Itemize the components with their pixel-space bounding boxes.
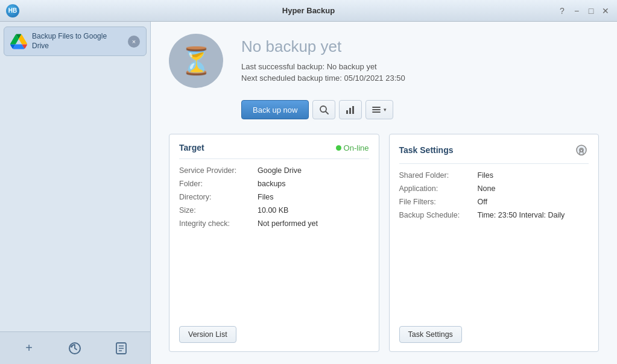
log-icon [115, 342, 128, 355]
main-container: Backup Files to Google Drive × + [0, 22, 617, 364]
label-folder: Folder: [179, 180, 258, 188]
task-settings-icon [574, 143, 589, 157]
add-backup-button[interactable]: + [17, 336, 41, 360]
gdrive-icon [10, 33, 27, 50]
titlebar: HB Hyper Backup ? − □ ✕ [0, 0, 617, 22]
maximize-button[interactable]: □ [586, 5, 596, 16]
table-row: Size: 10.00 KB [179, 206, 369, 215]
label-integrity: Integrity check: [179, 219, 258, 228]
task-card-title: Task Settings [399, 145, 454, 155]
window-controls: ? − □ ✕ [557, 5, 611, 16]
target-card-header: Target On-line [179, 143, 369, 159]
more-options-button[interactable]: ▾ [365, 100, 393, 119]
table-row: Service Provider: Google Drive [179, 166, 369, 175]
sidebar-footer: + [0, 331, 150, 364]
dropdown-arrow: ▾ [384, 107, 387, 113]
sidebar: Backup Files to Google Drive × + [0, 22, 151, 364]
last-backup-text: Last successful backup: No backup yet [241, 62, 599, 71]
statistics-button[interactable] [339, 100, 362, 119]
svg-rect-15 [580, 152, 583, 155]
task-card-header: Task Settings [399, 143, 589, 164]
backup-now-button[interactable]: Back up now [241, 100, 309, 119]
table-row: Shared Folder: Files [399, 171, 589, 180]
menu-icon [372, 105, 382, 115]
table-row: Application: None [399, 184, 589, 193]
task-card-footer: Task Settings [399, 320, 589, 343]
table-row: Backup Schedule: Time: 23:50 Interval: D… [399, 211, 589, 219]
label-size: Size: [179, 206, 258, 215]
target-status: On-line [336, 143, 369, 152]
status-info: No backup yet Last successful backup: No… [241, 37, 599, 85]
action-bar: Back up now ▾ [241, 100, 599, 119]
value-folder: backups [258, 180, 286, 188]
label-shared-folder: Shared Folder: [399, 171, 478, 180]
value-size: 10.00 KB [258, 206, 288, 215]
label-application: Application: [399, 184, 478, 193]
table-row: Folder: backups [179, 180, 369, 188]
svg-rect-9 [352, 106, 354, 114]
sidebar-item-label: Backup Files to Google Drive [32, 32, 123, 51]
sidebar-list: Backup Files to Google Drive × [0, 22, 150, 331]
svg-line-6 [326, 111, 328, 114]
svg-rect-7 [346, 110, 348, 114]
cards-row: Target On-line Service Provider: Google … [169, 134, 599, 352]
version-list-button[interactable]: Version List [179, 326, 236, 343]
table-row: File Filters: Off [399, 198, 589, 206]
help-button[interactable]: ? [557, 5, 568, 16]
minimize-button[interactable]: − [571, 5, 582, 16]
label-directory: Directory: [179, 193, 258, 201]
label-service-provider: Service Provider: [179, 166, 258, 175]
status-icon: ⏳ [169, 34, 223, 88]
log-button[interactable] [109, 336, 133, 360]
sidebar-item-close-button[interactable]: × [128, 36, 140, 48]
search-versions-button[interactable] [312, 100, 335, 119]
target-card-title: Target [179, 143, 204, 152]
value-directory: Files [258, 193, 273, 201]
value-backup-schedule: Time: 23:50 Interval: Daily [478, 211, 565, 219]
hourglass-icon: ⏳ [180, 45, 213, 77]
sidebar-item-gdrive[interactable]: Backup Files to Google Drive × [4, 27, 147, 56]
label-backup-schedule: Backup Schedule: [399, 211, 478, 219]
status-title: No backup yet [241, 37, 599, 56]
content-area: ⏳ No backup yet Last successful backup: … [151, 22, 617, 364]
restore-icon [68, 342, 81, 355]
value-file-filters: Off [478, 198, 487, 206]
table-row: Directory: Files [179, 193, 369, 201]
close-button[interactable]: ✕ [600, 5, 611, 16]
app-icon: HB [6, 4, 19, 17]
status-section: ⏳ No backup yet Last successful backup: … [169, 34, 599, 88]
table-row: Integrity check: Not performed yet [179, 219, 369, 228]
task-settings-card: Task Settings Shared Folder: Files [389, 134, 600, 352]
svg-rect-8 [349, 108, 351, 114]
search-icon [319, 105, 329, 115]
value-application: None [478, 184, 496, 193]
value-service-provider: Google Drive [258, 166, 302, 175]
target-card: Target On-line Service Provider: Google … [169, 134, 379, 352]
chart-icon [346, 105, 355, 115]
online-dot [336, 145, 341, 151]
target-card-footer: Version List [179, 320, 369, 343]
value-integrity: Not performed yet [258, 219, 318, 228]
value-shared-folder: Files [478, 171, 493, 180]
label-file-filters: File Filters: [399, 198, 478, 206]
task-settings-button[interactable]: Task Settings [399, 326, 462, 343]
restore-button[interactable] [63, 336, 87, 360]
next-backup-text: Next scheduled backup time: 05/10/2021 2… [241, 74, 599, 83]
gear-lock-icon [574, 143, 589, 157]
app-title: Hyper Backup [282, 6, 335, 15]
